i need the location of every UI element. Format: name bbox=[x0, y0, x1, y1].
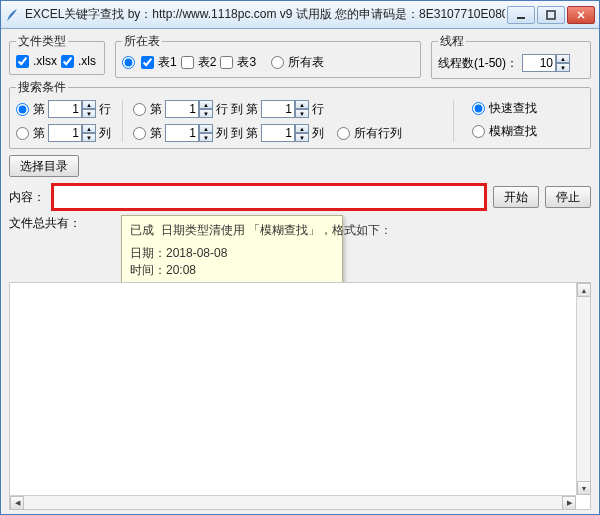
scroll-left-icon[interactable]: ◀ bbox=[10, 496, 24, 510]
radio-all-rowcol[interactable]: 所有行列 bbox=[337, 125, 402, 142]
maximize-button[interactable] bbox=[537, 6, 565, 24]
svg-rect-0 bbox=[517, 17, 525, 19]
mid-row-to[interactable] bbox=[261, 100, 295, 118]
scrollbar-vertical[interactable]: ▲ ▼ bbox=[576, 283, 590, 495]
left-row-input[interactable] bbox=[48, 100, 82, 118]
checkbox-table1[interactable]: 表1 bbox=[141, 54, 177, 71]
mid-col-from[interactable] bbox=[165, 124, 199, 142]
left-col-input[interactable] bbox=[48, 124, 82, 142]
total-files-label: 文件总共有： bbox=[9, 215, 81, 232]
group-search: 搜索条件 第 ▲▼ 行 第 ▲▼ 列 bbox=[9, 79, 591, 149]
minimize-button[interactable] bbox=[507, 6, 535, 24]
select-dir-button[interactable]: 选择目录 bbox=[9, 155, 79, 177]
scroll-right-icon[interactable]: ▶ bbox=[562, 496, 576, 510]
close-button[interactable] bbox=[567, 6, 595, 24]
mid-row-from[interactable] bbox=[165, 100, 199, 118]
unit-row: 行 bbox=[99, 101, 111, 118]
scroll-up-icon[interactable]: ▲ bbox=[577, 283, 591, 297]
threads-down[interactable]: ▼ bbox=[556, 63, 570, 72]
content-label: 内容： bbox=[9, 189, 45, 206]
tooltip-line1: 已成 日期类型清使用 「模糊查找」，格式如下： bbox=[130, 222, 334, 239]
checkbox-table2[interactable]: 表2 bbox=[181, 54, 217, 71]
scrollbar-horizontal[interactable]: ◀ ▶ bbox=[10, 495, 576, 509]
group-tables: 所在表 表1 表2 表3 所有表 bbox=[115, 33, 421, 78]
tooltip-line2: 日期：2018-08-08 bbox=[130, 245, 334, 262]
unit-col: 列 bbox=[99, 125, 111, 142]
app-icon bbox=[5, 7, 21, 23]
checkbox-xls[interactable]: .xls bbox=[61, 54, 96, 68]
threads-up[interactable]: ▲ bbox=[556, 54, 570, 63]
svg-rect-1 bbox=[547, 11, 555, 19]
radio-fast-search[interactable]: 快速查找 bbox=[472, 100, 584, 117]
legend-search: 搜索条件 bbox=[16, 79, 68, 96]
radio-fuzzy-search[interactable]: 模糊查找 bbox=[472, 123, 584, 140]
radio-left-col[interactable]: 第 bbox=[16, 125, 45, 142]
start-button[interactable]: 开始 bbox=[493, 186, 539, 208]
legend-threads: 线程 bbox=[438, 33, 466, 50]
radio-table-group[interactable] bbox=[122, 56, 137, 69]
mid-col-to[interactable] bbox=[261, 124, 295, 142]
radio-mid-row[interactable]: 第 bbox=[133, 101, 162, 118]
stop-button[interactable]: 停止 bbox=[545, 186, 591, 208]
tooltip: 已成 日期类型清使用 「模糊查找」，格式如下： 日期：2018-08-08 时间… bbox=[121, 215, 343, 286]
radio-all-tables[interactable]: 所有表 bbox=[271, 54, 324, 71]
threads-label: 线程数(1-50)： bbox=[438, 55, 518, 72]
scroll-down-icon[interactable]: ▼ bbox=[577, 481, 591, 495]
results-area: ▲ ▼ ◀ ▶ bbox=[9, 282, 591, 510]
content-area: 文件类型 .xlsx .xls 所在表 表1 表2 表3 所有表 线 bbox=[1, 29, 599, 514]
checkbox-xlsx[interactable]: .xlsx bbox=[16, 54, 57, 68]
checkbox-table3[interactable]: 表3 bbox=[220, 54, 256, 71]
group-filetype: 文件类型 .xlsx .xls bbox=[9, 33, 105, 75]
group-threads: 线程 线程数(1-50)： ▲▼ bbox=[431, 33, 591, 79]
content-input-frame bbox=[51, 183, 487, 211]
threads-input[interactable] bbox=[522, 54, 556, 72]
content-input[interactable] bbox=[54, 186, 484, 208]
titlebar: EXCEL关键字查找 by：http://www.1118pc.com v9 试… bbox=[1, 1, 599, 29]
window-title: EXCEL关键字查找 by：http://www.1118pc.com v9 试… bbox=[25, 6, 505, 23]
legend-tables: 所在表 bbox=[122, 33, 162, 50]
legend-filetype: 文件类型 bbox=[16, 33, 68, 50]
app-window: EXCEL关键字查找 by：http://www.1118pc.com v9 试… bbox=[0, 0, 600, 515]
radio-left-row[interactable]: 第 bbox=[16, 101, 45, 118]
radio-mid-col[interactable]: 第 bbox=[133, 125, 162, 142]
tooltip-line3: 时间：20:08 bbox=[130, 262, 334, 279]
